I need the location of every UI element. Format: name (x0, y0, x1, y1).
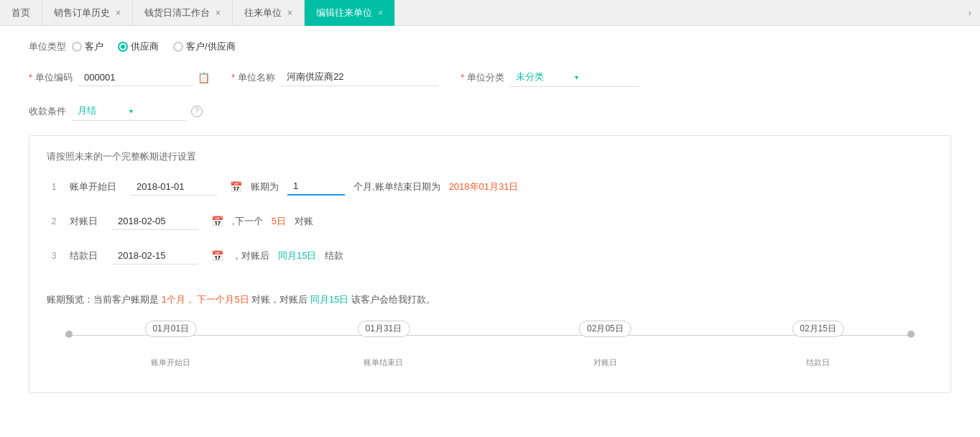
radio-circle-customer (72, 42, 82, 52)
reconcile-cal-icon[interactable]: 📅 (211, 216, 223, 227)
payment-desc-before: ，对账后 (232, 249, 269, 262)
tab-partner-units[interactable]: 往来单位 × (233, 0, 305, 26)
unit-category-group: * 单位分类 未分类 ▾ (461, 68, 639, 87)
help-icon[interactable]: ? (191, 106, 203, 117)
account-start-date-input[interactable] (131, 178, 217, 196)
section-title: 请按照未来的一个完整帐期进行设置 (47, 150, 933, 163)
account-period-section: 请按照未来的一个完整帐期进行设置 1 账单开始日 📅 账期为 个月,账单结束日期… (29, 135, 951, 393)
timeline-pill-payment: 02月15日 (792, 321, 844, 337)
unit-category-dropdown[interactable]: 未分类 ▾ (510, 68, 639, 87)
radio-customer[interactable]: 客户 (72, 40, 103, 53)
radio-supplier[interactable]: 供应商 (118, 40, 159, 53)
unit-code-group: * 单位编码 📋 (29, 69, 210, 86)
period-end-date: 2018年01月31日 (449, 180, 519, 193)
dropdown-arrow-payment: ▾ (129, 107, 181, 115)
radio-customer-supplier[interactable]: 客户/供应商 (173, 40, 236, 53)
timeline-label-start: 账单开始日 (151, 357, 190, 368)
main-content: 单位类型 客户 供应商 客户/供应商 * 单位编码 📋 * 单位名称 (0, 26, 980, 437)
tab-more-button[interactable]: › (960, 0, 980, 26)
tab-close-partner[interactable]: × (287, 8, 292, 18)
unit-name-input[interactable] (281, 69, 439, 86)
timeline-label-end-date: 账单结束日 (364, 357, 403, 368)
unit-type-radio-group: 客户 供应商 客户/供应商 (72, 40, 236, 53)
timeline-node-end-date: 01月31日 账单结束日 (358, 321, 410, 368)
timeline-label-reconcile: 对账日 (593, 357, 617, 368)
payment-date-label: 结款日 (70, 249, 98, 262)
payment-desc-after: 结款 (325, 249, 343, 262)
dropdown-arrow-category: ▾ (575, 73, 634, 81)
timeline-label-payment: 结款日 (806, 357, 830, 368)
period-label: 账期为 (251, 180, 279, 193)
timeline-end-dot (907, 331, 915, 338)
tab-edit-partner-unit[interactable]: 编辑往来单位 × (305, 0, 395, 26)
timeline-start-dot (65, 331, 73, 338)
tab-close-edit-partner[interactable]: × (378, 8, 383, 18)
payment-terms-row: 收款条件 月结 ▾ ? (29, 101, 951, 121)
account-start-cal-icon[interactable]: 📅 (230, 181, 242, 193)
tab-bar: 首页 销售订单历史 × 钱货日清工作台 × 往来单位 × 编辑往来单位 × › (0, 0, 980, 26)
tab-close-sales[interactable]: × (116, 8, 121, 18)
payment-date-row: 3 结款日 📅 ，对账后 同月15日 结款 (47, 247, 933, 264)
payment-highlight: 同月15日 (278, 249, 316, 262)
timeline-pill-end-date: 01月31日 (358, 321, 410, 337)
unit-type-row: 单位类型 客户 供应商 客户/供应商 (29, 40, 951, 53)
unit-name-group: * 单位名称 (231, 69, 439, 86)
account-start-row: 1 账单开始日 📅 账期为 个月,账单结束日期为 2018年01月31日 (47, 178, 933, 196)
payment-date-input[interactable] (112, 247, 198, 264)
reconcile-highlight: 5日 (272, 215, 286, 228)
payment-terms-label: 收款条件 (29, 105, 66, 118)
unit-category-label: 单位分类 (467, 71, 504, 84)
timeline: 01月01日 账单开始日 01月31日 账单结束日 02月05日 对账日 (47, 321, 933, 378)
unit-code-label: 单位编码 (35, 71, 73, 84)
timeline-pill-reconcile: 02月05日 (579, 321, 632, 337)
period-value-input[interactable] (287, 178, 345, 196)
account-start-label: 账单开始日 (70, 180, 116, 193)
payment-date-cal-icon[interactable]: 📅 (211, 250, 223, 262)
tab-cash-goods-workbench[interactable]: 钱货日清工作台 × (133, 0, 233, 26)
reconcile-label: 对账日 (70, 215, 98, 228)
tab-close-cash[interactable]: × (216, 8, 221, 18)
reconcile-row: 2 对账日 📅 ,下一个 5日 对账 (47, 213, 933, 230)
unit-name-label: 单位名称 (238, 71, 275, 84)
radio-circle-customer-supplier (173, 42, 183, 52)
row-num-3: 3 (47, 251, 61, 261)
timeline-pill-start: 01月01日 (144, 321, 197, 337)
radio-circle-supplier (118, 42, 128, 52)
unit-code-icon[interactable]: 📋 (198, 72, 210, 83)
reconcile-date-input[interactable] (112, 213, 198, 230)
unit-code-input[interactable] (78, 69, 193, 86)
timeline-node-reconcile: 02月05日 对账日 (579, 321, 632, 368)
unit-info-row: * 单位编码 📋 * 单位名称 * 单位分类 未分类 ▾ (29, 68, 951, 87)
row-num-1: 1 (47, 182, 61, 192)
reconcile-desc-after: 对账 (295, 215, 313, 228)
tab-sales-order-history[interactable]: 销售订单历史 × (42, 0, 133, 26)
period-unit-text: 个月,账单结束日期为 (353, 180, 440, 193)
reconcile-desc-before: ,下一个 (232, 215, 263, 228)
timeline-node-payment: 02月15日 结款日 (792, 321, 844, 368)
preview-section: 账期预览：当前客户账期是 1个月， 下一个月5日 对账，对账后 同月15日 该客… (47, 282, 933, 306)
row-num-2: 2 (47, 216, 61, 226)
unit-type-label: 单位类型 (29, 40, 66, 53)
timeline-node-start: 01月01日 账单开始日 (144, 321, 197, 368)
payment-terms-dropdown[interactable]: 月结 ▾ (72, 101, 187, 121)
tab-home[interactable]: 首页 (0, 0, 42, 26)
preview-text: 账期预览：当前客户账期是 1个月， 下一个月5日 对账，对账后 同月15日 该客… (47, 294, 435, 305)
